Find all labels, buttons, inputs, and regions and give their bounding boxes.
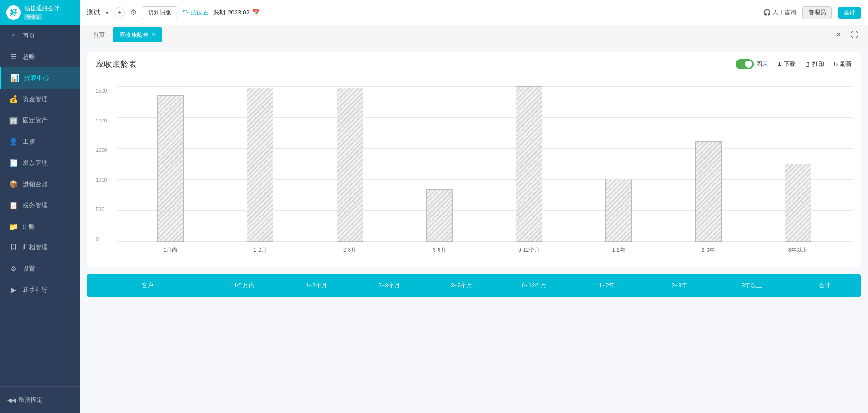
sidebar-item-reports[interactable]: 📊报表中心: [0, 67, 80, 89]
bar-group-6: [695, 86, 722, 242]
home-icon: ⌂: [9, 32, 18, 40]
project-dropdown[interactable]: ▾: [106, 9, 108, 16]
sidebar-item-ledger[interactable]: ☰总账: [0, 46, 80, 67]
sidebar-item-settings[interactable]: ⚙设置: [0, 258, 80, 279]
table-header-5: 6~12个月: [498, 274, 571, 297]
table-header-2: 1~2个月: [280, 274, 353, 297]
headset-icon: 🎧: [764, 9, 771, 16]
sidebar-scroll: ⌂首页☰总账📊报表中心💰资金管理🏢固定资产👤工资🧾发票管理📦进销台账📋税务管理📁…: [0, 25, 80, 386]
reports-icon: 📊: [10, 74, 19, 82]
bar-group-2: [337, 86, 363, 242]
switch-version-button[interactable]: 切到旧版: [142, 6, 177, 19]
capital-icon: 💰: [9, 95, 18, 103]
bar-7: [785, 164, 811, 242]
chart-area: 0 500 1000 1500 2000 2500: [87, 77, 861, 267]
sidebar: 好 畅捷通好会计 专业版 ⌂首页☰总账📊报表中心💰资金管理🏢固定资产👤工资🧾发票…: [0, 0, 80, 413]
x-label-1: 1-2月: [215, 246, 305, 254]
bar-group-4: [516, 86, 542, 242]
table-header-0: 客户: [87, 274, 208, 297]
bar-group-5: [605, 86, 632, 242]
refresh-button[interactable]: ↻ 刷新: [833, 60, 852, 68]
print-button[interactable]: 🖨 打印: [805, 60, 824, 68]
main-area: 测试 ▾ + ⚙ 切到旧版 🛡 已认证 账期 2023-02 📅 🎧 人工咨询 …: [80, 0, 868, 413]
topbar: 测试 ▾ + ⚙ 切到旧版 🛡 已认证 账期 2023-02 📅 🎧 人工咨询 …: [80, 0, 868, 25]
guide-icon: ▶: [9, 286, 18, 294]
y-label-1000: 1000: [96, 177, 117, 183]
y-label-2000: 2000: [96, 118, 117, 123]
sidebar-item-tax[interactable]: 📋税务管理: [0, 195, 80, 216]
consult-button[interactable]: 🎧 人工咨询: [764, 9, 796, 17]
cancel-fixed-button[interactable]: ◀◀ 取消固定: [0, 391, 80, 408]
logo-text: 畅捷通好会计 专业版: [24, 5, 60, 21]
logo-icon: 好: [6, 5, 21, 20]
x-label-2: 2-3月: [305, 246, 395, 254]
sidebar-item-capital[interactable]: 💰资金管理: [0, 89, 80, 110]
certified-badge: 🛡 已认证: [183, 9, 208, 17]
chart-toggle[interactable]: 图表: [736, 59, 768, 69]
sidebar-item-salary[interactable]: 👤工资: [0, 131, 80, 152]
sidebar-item-inventory[interactable]: 📦进销台账: [0, 174, 80, 195]
bar-4: [516, 86, 542, 242]
report-actions: 图表 ⬇ 下载 🖨 打印 ↻ 刷新: [736, 59, 852, 69]
table-area: 客户1个月内1~2个月2~3个月3~6个月6~12个月1~2年2~3年3年以上合…: [87, 274, 861, 297]
sidebar-item-guide[interactable]: ▶新手引导: [0, 279, 80, 300]
table-header-8: 3年以上: [716, 274, 788, 297]
bar-3: [426, 189, 453, 242]
table-header-6: 1~2年: [571, 274, 643, 297]
add-project-button[interactable]: +: [114, 7, 125, 18]
chart-wrapper: 0 500 1000 1500 2000 2500: [96, 86, 852, 258]
tab-aging[interactable]: 应收账龄表✕: [113, 27, 162, 42]
page-content: 应收账龄表 图表 ⬇ 下载 🖨 打印: [80, 44, 868, 413]
bar-group-0: [157, 86, 184, 242]
bar-5: [605, 179, 632, 242]
x-label-5: 1-2年: [574, 246, 663, 254]
bar-1: [247, 88, 273, 242]
salary-icon: 👤: [9, 137, 18, 146]
sidebar-bottom: ◀◀ 取消固定: [0, 386, 80, 413]
x-label-3: 3-6月: [395, 246, 484, 254]
bar-2: [337, 88, 363, 242]
bar-group-7: [785, 86, 811, 242]
sidebar-item-archive[interactable]: 🗄归档管理: [0, 237, 80, 258]
settings-icon[interactable]: ⚙: [130, 8, 137, 17]
x-label-6: 2-3年: [664, 246, 753, 254]
shield-icon: 🛡: [183, 9, 189, 16]
close-tab-button[interactable]: ✕: [832, 28, 844, 41]
download-icon: ⬇: [777, 61, 782, 68]
sidebar-item-closing[interactable]: 📁结账: [0, 216, 80, 237]
project-name: 测试: [87, 8, 100, 17]
y-axis: 0 500 1000 1500 2000 2500: [96, 86, 117, 258]
sidebar-item-fixed-assets[interactable]: 🏢固定资产: [0, 110, 80, 131]
x-axis: 1月内1-2月2-3月3-6月6-12个月1-2年2-3年3年以上: [117, 242, 852, 258]
x-label-0: 1月内: [126, 246, 215, 254]
content-area: 首页应收账龄表✕ ✕ ⛶ 应收账龄表 图表 ⬇: [80, 25, 868, 413]
y-label-0: 0: [96, 236, 117, 242]
calendar-icon[interactable]: 📅: [252, 9, 259, 16]
tab-bar: 首页应收账龄表✕ ✕ ⛶: [80, 25, 868, 44]
table-header-3: 2~3个月: [353, 274, 426, 297]
pin-icon: ◀◀: [7, 397, 16, 404]
admin-button[interactable]: 管理员: [802, 6, 832, 19]
table-header-9: 合计: [788, 274, 861, 297]
table-header-7: 2~3年: [643, 274, 716, 297]
toggle-switch[interactable]: [736, 59, 754, 69]
expand-button[interactable]: ⛶: [848, 28, 861, 41]
y-label-500: 500: [96, 206, 117, 212]
sidebar-item-home[interactable]: ⌂首页: [0, 25, 80, 46]
download-button[interactable]: ⬇ 下载: [777, 60, 796, 68]
ledger-icon: ☰: [9, 52, 18, 61]
bar-group-3: [426, 86, 453, 242]
settings-icon: ⚙: [9, 264, 18, 273]
y-label-1500: 1500: [96, 147, 117, 153]
archive-icon: 🗄: [9, 244, 18, 252]
table-header-1: 1个月内: [208, 274, 281, 297]
tab-home[interactable]: 首页: [87, 27, 111, 42]
role-badge: 会计: [838, 7, 861, 19]
inventory-icon: 📦: [9, 180, 18, 188]
y-label-2500: 2500: [96, 88, 117, 94]
sidebar-item-invoice[interactable]: 🧾发票管理: [0, 152, 80, 174]
report-container: 应收账龄表 图表 ⬇ 下载 🖨 打印: [87, 52, 861, 267]
x-label-7: 3年以上: [753, 246, 843, 254]
tab-close-icon[interactable]: ✕: [151, 32, 156, 38]
table-header-4: 3~6个月: [425, 274, 498, 297]
